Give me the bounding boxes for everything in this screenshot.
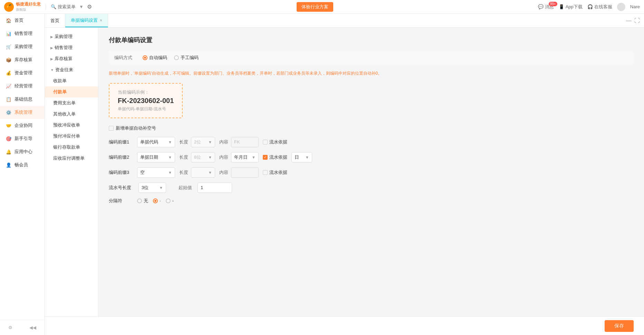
tree-item-expense-bill[interactable]: 费用支出单 (45, 97, 98, 109)
sep-none-dot (137, 198, 142, 203)
serial-length-select[interactable]: 3位 ▼ (138, 183, 166, 193)
settings-icon[interactable]: ⚙ (87, 3, 92, 10)
length2-label: 长度 (179, 154, 188, 160)
tree-item-sales-mgmt[interactable]: ▶ 销售管理 (45, 42, 98, 53)
tree-item-funds-incoming[interactable]: ▼ 资金往来 (45, 64, 98, 75)
manual-encoding-option[interactable]: 手工编码 (174, 55, 199, 61)
prefix1-label: 编码前缀1 (109, 139, 133, 145)
inventory-icon: 📦 (6, 57, 12, 63)
sep-dash-dot (166, 198, 171, 203)
sidebar-item-sales[interactable]: 📊 销售管理 (0, 27, 45, 40)
sep-dot-dot (153, 198, 158, 203)
sidebar: 🏠 首页 📊 销售管理 🛒 采购管理 📦 库存核算 💰 资金管理 📈 经营管理 … (0, 14, 45, 335)
arrow-icon: ▶ (50, 57, 53, 61)
footer-bar: 保存 (45, 316, 644, 335)
sidebar-item-member[interactable]: 👤 畅会员 (0, 158, 45, 171)
sidebar-item-purchase[interactable]: 🛒 采购管理 (0, 40, 45, 53)
length3-select[interactable]: ▼ (191, 167, 215, 178)
length2-group: 长度 8位 ▼ (179, 152, 215, 162)
tree-item-prepay-pay[interactable]: 预付冲应付单 (45, 131, 98, 142)
start-value-input[interactable] (198, 183, 232, 193)
tab-minimize-icon[interactable]: — (626, 18, 632, 24)
serial1-checkbox[interactable]: 流水依据 (263, 139, 287, 145)
apps-icon: 🔔 (6, 149, 12, 155)
tree-item-purchase-mgmt[interactable]: ▶ 采购管理 (45, 31, 98, 42)
enterprise-icon: 🤝 (6, 122, 12, 129)
info-text: 新增单据时，'单据编码'自动生成，不可编辑。前缀设置为部门、业务员等档案类，开单… (109, 70, 634, 77)
sep-none-option[interactable]: 无 (137, 198, 148, 204)
start-value-label: 起始值 (179, 185, 192, 191)
prefix3-select[interactable]: 空 ▼ (137, 167, 175, 178)
code-preview-sub: 单据代码-单据日期-流水号 (118, 106, 174, 112)
save-button[interactable]: 保存 (605, 320, 634, 332)
tree-item-payable-adjust[interactable]: 应收应付调整单 (45, 153, 98, 164)
auto-fill-checkbox[interactable]: 新增单据自动补空号 (109, 125, 634, 131)
trial-button[interactable]: 体验行业方案 (297, 2, 333, 12)
tree-item-bank-deposit[interactable]: 银行存取款单 (45, 142, 98, 153)
tab-home[interactable]: 首页 (45, 14, 65, 27)
sidebar-collapse-icon[interactable]: ◀◀ (28, 324, 38, 332)
content2-select[interactable]: 年月日 ▼ (231, 152, 259, 162)
tree-item-receipt-bill[interactable]: 收款单 (45, 75, 98, 86)
search-icon: 🔍 (51, 4, 56, 9)
user-avatar[interactable] (617, 3, 625, 11)
content2-label: 内容 (219, 154, 228, 160)
topbar: 🍊 畅捷通好生意 旗舰版 🔍 搜索菜单 ▼ ⚙ 体验行业方案 💬 消息 99+ … (0, 0, 644, 14)
serial2-checkbox[interactable]: ✓ 流水依据 (263, 154, 287, 160)
serial2-select[interactable]: 日 ▼ (291, 152, 312, 162)
sep-dot-option[interactable]: · (153, 198, 161, 203)
sidebar-item-apps[interactable]: 🔔 应用中心 (0, 145, 45, 158)
code-preview-label: 当前编码示例： (118, 89, 174, 95)
encoding-mode-group: 编码方式 自动编码 手工编码 (109, 51, 634, 64)
arrow-icon: ▶ (50, 35, 53, 39)
manual-radio-dot (174, 55, 179, 60)
service-item[interactable]: 🎧 在线客服 (587, 4, 612, 10)
tab-close-icon[interactable]: × (100, 18, 102, 23)
search-menu[interactable]: 🔍 搜索菜单 (51, 4, 76, 10)
prefix1-select[interactable]: 单据代码 ▼ (137, 137, 175, 147)
tree-item-inventory-calc[interactable]: ▶ 库存核算 (45, 53, 98, 64)
prefix1-arrow-icon: ▼ (168, 140, 172, 144)
tab-settings[interactable]: 单据编码设置 × (65, 14, 108, 27)
auto-encoding-option[interactable]: 自动编码 (143, 55, 167, 61)
tab-maximize-icon[interactable]: ⛶ (634, 18, 640, 24)
sep-dash-option[interactable]: - (166, 198, 174, 203)
message-item[interactable]: 💬 消息 99+ (538, 4, 554, 10)
main-layout: 🏠 首页 📊 销售管理 🛒 采购管理 📦 库存核算 💰 资金管理 📈 经营管理 … (0, 14, 644, 335)
serial2-checkbox-box: ✓ (263, 155, 268, 160)
content2-arrow-icon: ▼ (252, 155, 256, 159)
app-download-item[interactable]: 📱 App下载 (559, 4, 583, 10)
serial2-arrow-icon: ▼ (305, 155, 309, 159)
logo-text: 畅捷通好生意 旗舰版 (16, 1, 41, 12)
sidebar-item-inventory[interactable]: 📦 库存核算 (0, 53, 45, 66)
logo-icon: 🍊 (4, 2, 14, 12)
content3-group: 内容 (219, 167, 259, 178)
length3-group: 长度 ▼ (179, 167, 215, 178)
sidebar-item-finance[interactable]: 💰 资金管理 (0, 66, 45, 80)
finance-icon: 💰 (6, 70, 12, 76)
sidebar-item-operations[interactable]: 📈 经营管理 (0, 80, 45, 93)
dropdown-arrow-icon[interactable]: ▼ (79, 4, 84, 9)
sidebar-item-enterprise[interactable]: 🤝 企业协同 (0, 119, 45, 132)
tree-item-other-income[interactable]: 其他收入单 (45, 109, 98, 120)
sidebar-settings-icon[interactable]: ⚙ (7, 324, 14, 332)
sidebar-item-newguide[interactable]: 🎯 新手引导 (0, 132, 45, 145)
sidebar-item-system[interactable]: ⚙️ 系统管理 (0, 106, 45, 119)
length1-select[interactable]: 2位 ▼ (191, 137, 215, 147)
auto-radio-dot (143, 55, 147, 60)
purchase-icon: 🛒 (6, 44, 12, 50)
sidebar-item-basic[interactable]: 📋 基础信息 (0, 93, 45, 106)
prefix2-select[interactable]: 单据日期 ▼ (137, 152, 175, 162)
tree-item-prepay-receive[interactable]: 预收冲应收单 (45, 120, 98, 131)
length1-arrow-icon: ▼ (208, 140, 212, 144)
sidebar-item-home[interactable]: 🏠 首页 (0, 14, 45, 27)
basic-icon: 📋 (6, 96, 12, 102)
content1-label: 内容 (219, 139, 228, 145)
prefix1-row: 编码前缀1 单据代码 ▼ 长度 2位 ▼ 内容 FK (109, 137, 634, 147)
prefix2-arrow-icon: ▼ (168, 155, 172, 159)
content1-group: 内容 FK (219, 137, 259, 147)
serial3-checkbox[interactable]: 流水依据 (263, 169, 287, 176)
length2-select[interactable]: 8位 ▼ (191, 152, 215, 162)
tree-item-payment-bill[interactable]: 付款单 (45, 86, 98, 97)
length2-arrow-icon: ▼ (208, 155, 212, 159)
